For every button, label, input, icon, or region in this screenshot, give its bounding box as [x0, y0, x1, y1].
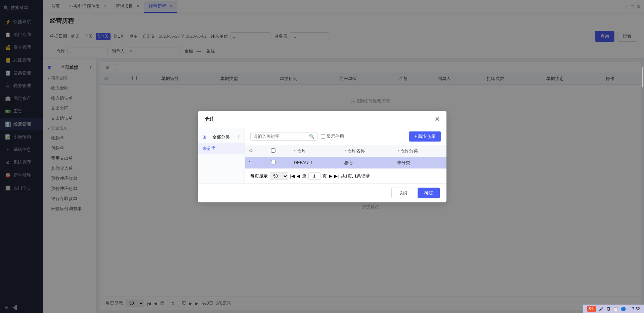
- modal-table-wrap: ⚙ ↕ 仓库... ↕ 仓库名称 ↕ 仓库分类 1 DEFA: [245, 145, 446, 169]
- modal-page-next[interactable]: ▶: [329, 173, 332, 179]
- modal-sidebar-collapse[interactable]: 《: [236, 134, 240, 140]
- cancel-button[interactable]: 取消: [391, 188, 414, 198]
- modal-page-input[interactable]: [308, 172, 320, 180]
- tray-circle-icon[interactable]: 🔵: [621, 307, 626, 311]
- tray-s-icon: S中: [587, 306, 596, 312]
- modal-row-index: 1: [245, 157, 267, 168]
- modal-footer: 每页显示 50 100 |◀ ◀ 第 页 ▶ ▶| 共1页, 1条记录: [245, 169, 446, 183]
- tray-clipboard-icon[interactable]: 📋: [613, 307, 618, 311]
- modal-sidebar: ⊞ 全部分类 《 未分类: [198, 128, 245, 183]
- modal-actions: 取消 确定: [198, 183, 446, 202]
- modal-sidebar-header: ⊞ 全部分类 《: [198, 131, 245, 143]
- warehouse-modal: 仓库 ✕ ⊞ 全部分类 《 未分类: [198, 111, 446, 202]
- tray-mic-icon[interactable]: 🎤: [599, 307, 604, 311]
- modal-col-check: [267, 145, 290, 157]
- modal-col-name: ↕ 仓库名称: [340, 145, 393, 157]
- modal-row-checkbox[interactable]: [267, 157, 290, 168]
- modal-grid-icon: ⊞: [203, 134, 206, 140]
- modal-sidebar-uncategorized[interactable]: 未分类: [198, 143, 245, 154]
- modal-title: 仓库: [205, 116, 215, 122]
- tray-time: 17:52: [630, 307, 640, 311]
- modal-pagination: 每页显示 50 100 |◀ ◀ 第 页 ▶ ▶| 共1页, 1条记录: [250, 172, 370, 180]
- modal-toolbar: 🔍 显示停用 + 新增仓库: [245, 128, 446, 145]
- modal-col-code: ↕ 仓库...: [290, 145, 340, 157]
- modal-col-settings: ⚙: [245, 145, 267, 157]
- add-warehouse-button[interactable]: + 新增仓库: [409, 131, 441, 142]
- modal-overlay: 仓库 ✕ ⊞ 全部分类 《 未分类: [0, 0, 644, 313]
- modal-row-code: DEFAULT: [290, 157, 340, 168]
- modal-page-last[interactable]: ▶|: [334, 173, 339, 179]
- show-disabled-label[interactable]: 显示停用: [321, 133, 344, 140]
- modal-table-row[interactable]: 1 DEFAULT 总仓 未分类: [245, 157, 446, 168]
- modal-header: 仓库 ✕: [198, 111, 446, 128]
- modal-content: 🔍 显示停用 + 新增仓库 ⚙: [245, 128, 446, 183]
- search-input[interactable]: [253, 134, 307, 139]
- confirm-button[interactable]: 确定: [418, 188, 440, 198]
- search-input-wrap: 🔍: [250, 132, 317, 141]
- modal-body: ⊞ 全部分类 《 未分类 🔍: [198, 128, 446, 183]
- system-tray: S中 🎤 🖼 📋 🔵 17:52: [583, 305, 644, 313]
- modal-col-category: ↕ 仓库分类: [393, 145, 446, 157]
- show-disabled-checkbox[interactable]: [321, 134, 325, 139]
- modal-table: ⚙ ↕ 仓库... ↕ 仓库名称 ↕ 仓库分类 1 DEFA: [245, 145, 446, 169]
- search-icon-modal: 🔍: [309, 134, 314, 139]
- modal-row-category: 未分类: [393, 157, 446, 168]
- modal-row-name: 总仓: [340, 157, 393, 168]
- modal-page-prev[interactable]: ◀: [297, 173, 300, 179]
- modal-close-button[interactable]: ✕: [435, 116, 440, 123]
- tray-image-icon[interactable]: 🖼: [606, 307, 610, 311]
- modal-page-first[interactable]: |◀: [290, 173, 295, 179]
- modal-page-size-select[interactable]: 50 100: [270, 172, 288, 180]
- modal-select-all[interactable]: [271, 148, 275, 153]
